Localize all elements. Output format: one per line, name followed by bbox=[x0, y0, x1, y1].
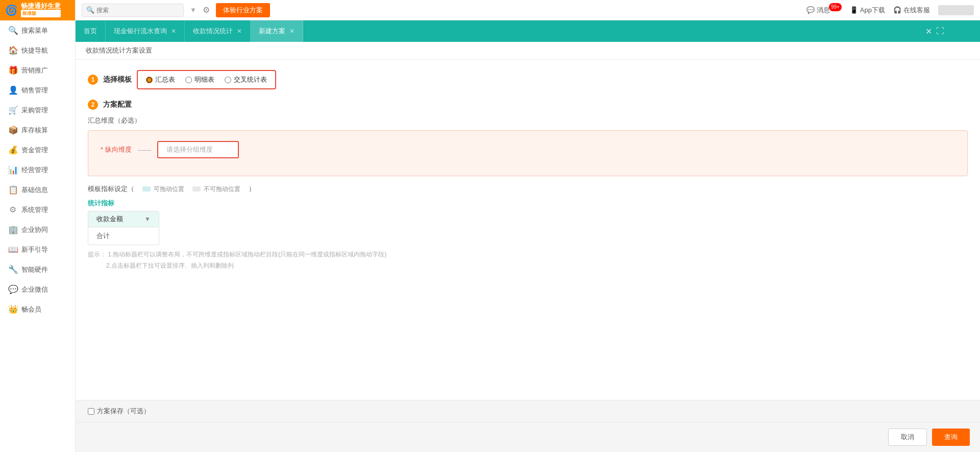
tab-cashflow[interactable]: 现金银行流水查询 ✕ bbox=[106, 20, 185, 42]
draggable-legend: 可拖动位置 bbox=[142, 185, 184, 194]
sidebar-item-label: 快捷导航 bbox=[21, 46, 48, 55]
maximize-btn[interactable]: ⛶ bbox=[936, 27, 944, 36]
gift-icon: 🎁 bbox=[8, 65, 17, 75]
tab-new-plan-close[interactable]: ✕ bbox=[289, 28, 295, 35]
app-download-btn[interactable]: 📱 App下载 bbox=[850, 6, 885, 15]
logo-name: 畅捷通好生意 bbox=[21, 2, 61, 10]
required-star: * 纵向维度 bbox=[101, 146, 132, 153]
messages-btn[interactable]: 💬 消息 99+ bbox=[806, 6, 842, 15]
search-input[interactable] bbox=[96, 7, 178, 14]
tab-cashflow-label: 现金银行流水查询 bbox=[114, 27, 167, 36]
book-icon: 📖 bbox=[8, 245, 17, 254]
tab-collection[interactable]: 收款情况统计 ✕ bbox=[185, 20, 251, 42]
online-support-btn[interactable]: 🎧 在线客服 bbox=[893, 6, 930, 15]
sidebar-item-operations[interactable]: 📊 经营管理 bbox=[0, 160, 75, 180]
radio-detail[interactable]: 明细表 bbox=[185, 75, 214, 84]
search-icon: 🔍 bbox=[8, 26, 17, 35]
tip-prefix-1: 提示： bbox=[88, 251, 106, 258]
radio-summary-label: 汇总表 bbox=[155, 75, 175, 84]
radio-cross[interactable]: 交叉统计表 bbox=[225, 75, 267, 84]
person-icon: 👤 bbox=[8, 85, 17, 95]
tip-2: 2.点击标题栏下拉可设置排序、插入列和删除列 bbox=[88, 260, 968, 272]
user-avatar[interactable] bbox=[938, 5, 974, 15]
gear-button[interactable]: ⚙ bbox=[203, 5, 210, 15]
tool-icon: 🔧 bbox=[8, 265, 17, 274]
sidebar-item-label: 智能硬件 bbox=[21, 265, 48, 274]
sidebar-item-system[interactable]: ⚙ 系统管理 bbox=[0, 200, 75, 220]
non-draggable-legend: 不可拖动位置 bbox=[192, 185, 240, 194]
nav-tabs-end: ✕ ⛶ bbox=[925, 27, 949, 36]
sidebar-item-purchase[interactable]: 🛒 采购管理 bbox=[0, 100, 75, 120]
dropdown-icon[interactable]: ▼ bbox=[190, 6, 197, 14]
tip-1: 提示： 1.拖动标题栏可以调整布局，不可跨维度或指标区域拖动栏目段(只能在同一维… bbox=[88, 249, 968, 260]
metrics-table-header[interactable]: 收款金额 ▼ bbox=[88, 211, 159, 227]
metrics-config-title: 模板指标设定（ 可拖动位置 不可拖动位置 ） bbox=[88, 184, 968, 194]
template-selector: 汇总表 明细表 交叉统计表 bbox=[137, 70, 276, 89]
step1-num: 1 bbox=[88, 75, 98, 85]
radio-detail-label: 明细表 bbox=[194, 75, 214, 84]
chevron-down-icon[interactable]: ▼ bbox=[144, 216, 151, 223]
close-all-btn[interactable]: ✕ bbox=[925, 27, 932, 36]
metrics-tables-container: 统计指标 收款金额 ▼ 合计 bbox=[88, 199, 968, 245]
radio-cross-input[interactable] bbox=[225, 77, 231, 83]
tip-text-2: 2.点击标题栏下拉可设置排序、插入列和删除列 bbox=[106, 262, 234, 269]
sidebar-item-inventory[interactable]: 📦 库存核算 bbox=[0, 120, 75, 140]
sidebar-item-marketing[interactable]: 🎁 营销推广 bbox=[0, 60, 75, 80]
sidebar-item-label: 畅会员 bbox=[21, 305, 41, 314]
breadcrumb: 收款情况统计方案设置 bbox=[76, 42, 980, 60]
template-radio-group: 汇总表 明细表 交叉统计表 bbox=[146, 75, 267, 84]
sidebar-item-sales[interactable]: 👤 销售管理 bbox=[0, 80, 75, 100]
sidebar-item-label: 基础信息 bbox=[21, 185, 48, 195]
sidebar-item-label: 资金管理 bbox=[21, 146, 48, 155]
cart-icon: 🛒 bbox=[8, 105, 17, 115]
app-icon: 📱 bbox=[850, 6, 858, 14]
content-area: 收款情况统计方案设置 1 选择模板 汇总表 bbox=[76, 42, 980, 452]
crown-icon: 👑 bbox=[8, 304, 17, 314]
sidebar-item-label: 搜索菜单 bbox=[21, 26, 48, 35]
building-icon: 🏢 bbox=[8, 225, 17, 234]
sidebar-item-basic[interactable]: 📋 基础信息 bbox=[0, 180, 75, 200]
save-checkbox[interactable] bbox=[88, 408, 94, 415]
metrics-table: 收款金额 ▼ 合计 bbox=[88, 211, 159, 245]
metrics-config: 模板指标设定（ 可拖动位置 不可拖动位置 ） 统计指标 bbox=[88, 184, 968, 271]
sidebar-item-nav[interactable]: 🏠 快捷导航 bbox=[0, 40, 75, 60]
summary-dimension-config: 汇总维度（必选） * 纵向维度 —— 请选择分组维度 bbox=[88, 116, 968, 176]
metrics-title-text: 模板指标设定（ bbox=[88, 184, 134, 194]
tab-home[interactable]: 首页 bbox=[76, 20, 106, 42]
sidebar-item-label: 企业协同 bbox=[21, 225, 48, 234]
dimension-select[interactable]: 请选择分组维度 bbox=[157, 141, 239, 158]
sidebar-item-wechat[interactable]: 💬 企业微信 bbox=[0, 279, 75, 299]
tip-text-1: 1.拖动标题栏可以调整布局，不可跨维度或指标区域拖动栏目段(只能在同一维度或指标… bbox=[108, 251, 386, 258]
sidebar-item-search[interactable]: 🔍 搜索菜单 bbox=[0, 20, 75, 40]
clipboard-icon: 📋 bbox=[8, 185, 17, 195]
sidebar-item-member[interactable]: 👑 畅会员 bbox=[0, 299, 75, 319]
cancel-button[interactable]: 取消 bbox=[888, 429, 927, 446]
vertical-label: * 纵向维度 bbox=[101, 145, 132, 154]
sidebar-item-enterprise[interactable]: 🏢 企业协同 bbox=[0, 220, 75, 240]
step2-header: 2 方案配置 bbox=[88, 100, 968, 110]
sidebar-item-label: 新手引导 bbox=[21, 245, 48, 254]
tab-new-plan[interactable]: 新建方案 ✕ bbox=[251, 20, 303, 42]
query-button[interactable]: 查询 bbox=[932, 429, 970, 446]
tab-cashflow-close[interactable]: ✕ bbox=[171, 28, 176, 35]
sidebar-item-label: 销售管理 bbox=[21, 86, 48, 95]
tab-new-plan-label: 新建方案 bbox=[259, 27, 285, 36]
radio-detail-input[interactable] bbox=[185, 77, 192, 83]
radio-summary-input[interactable] bbox=[146, 77, 153, 83]
industry-btn[interactable]: 体验行业方案 bbox=[216, 3, 270, 17]
search-box[interactable]: 🔍 bbox=[82, 4, 184, 17]
sidebar-item-guide[interactable]: 📖 新手引导 bbox=[0, 240, 75, 259]
radio-summary[interactable]: 汇总表 bbox=[146, 75, 175, 84]
dimension-row: * 纵向维度 —— 请选择分组维度 bbox=[101, 141, 955, 158]
sidebar-item-hardware[interactable]: 🔧 智能硬件 bbox=[0, 259, 75, 279]
step1-title: 选择模板 bbox=[103, 75, 132, 84]
save-checkbox-text: 方案保存（可选） bbox=[97, 407, 150, 416]
tab-collection-close[interactable]: ✕ bbox=[237, 28, 242, 35]
draggable-label: 可拖动位置 bbox=[154, 185, 184, 194]
home-icon: 🏠 bbox=[8, 45, 17, 55]
step1-header: 1 选择模板 汇总表 明细表 bbox=[88, 70, 968, 89]
save-checkbox-label[interactable]: 方案保存（可选） bbox=[88, 407, 150, 416]
sidebar-item-finance[interactable]: 💰 资金管理 bbox=[0, 140, 75, 160]
sidebar-item-label: 采购管理 bbox=[21, 106, 48, 115]
non-draggable-label: 不可拖动位置 bbox=[204, 185, 240, 194]
